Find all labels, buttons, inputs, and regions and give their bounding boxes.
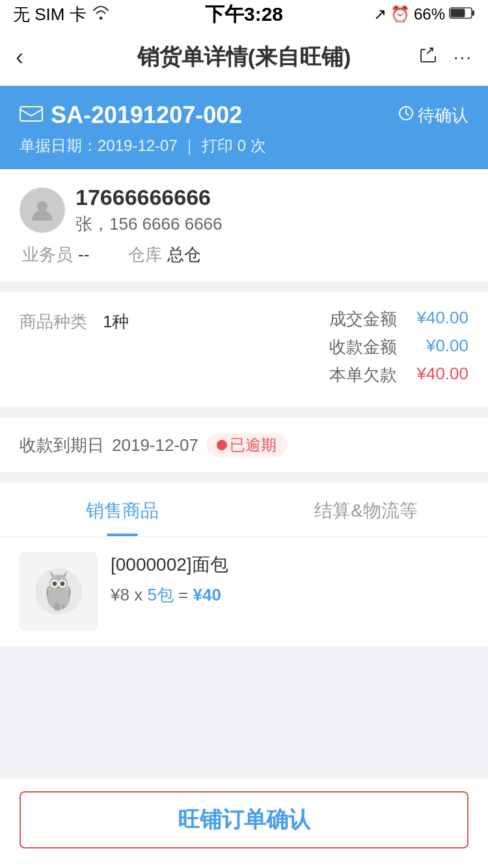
amount-label: 成交金额: [329, 308, 397, 331]
product-type-value: 1种: [103, 310, 129, 333]
nav-bar: ‹ 销货单详情(来自旺铺) ···: [0, 29, 488, 86]
svg-rect-3: [20, 107, 42, 121]
warehouse-value: 总仓: [167, 243, 201, 266]
svg-point-13: [53, 582, 57, 586]
overdue-icon: [217, 440, 227, 450]
share-icon[interactable]: [418, 45, 438, 69]
svg-text:盈+: 盈+: [53, 603, 66, 612]
due-date-section: 收款到期日 2019-12-07 已逾期: [0, 418, 488, 472]
status-bar: 无 SIM 卡 下午3:28 ↗ ⏰ 66%: [0, 0, 488, 29]
summary-section: 商品种类 1种 成交金额 ¥40.00 收款金额 ¥0.00 本单欠款 ¥40.…: [0, 292, 488, 407]
due-date-value: 2019-12-07: [112, 435, 198, 455]
product-type-label: 商品种类: [20, 310, 87, 333]
sales-label: 业务员: [22, 243, 73, 266]
warehouse-label: 仓库: [128, 243, 162, 266]
equals-sign: =: [174, 585, 193, 604]
order-date: 单据日期：2019-12-07: [20, 137, 178, 154]
owed-label: 本单欠款: [329, 364, 397, 387]
confirm-order-button[interactable]: 旺铺订单确认: [20, 791, 468, 848]
battery-icon: [449, 5, 475, 23]
svg-point-5: [37, 201, 47, 211]
bottom-spacer: [0, 646, 488, 776]
product-qty: 5包: [147, 585, 173, 604]
clock-icon: [398, 105, 414, 126]
overdue-badge: 已逾期: [206, 433, 287, 457]
warehouse-meta: 仓库 总仓: [128, 243, 201, 266]
nav-right-actions: ···: [418, 45, 472, 69]
order-id: SA-20191207-002: [51, 102, 242, 129]
customer-name: 张，156 6666 6666: [75, 213, 223, 236]
order-status: 待确认: [398, 104, 468, 127]
owed-value: ¥40.00: [416, 364, 468, 387]
sales-value: --: [78, 245, 89, 265]
order-banner: SA-20191207-002 待确认 单据日期：2019-12-07 ｜ 打印…: [0, 86, 488, 169]
overdue-text: 已逾期: [230, 435, 277, 455]
sales-meta: 业务员 --: [22, 243, 89, 266]
alarm-icon: ⏰: [390, 5, 410, 23]
status-text: 待确认: [418, 104, 468, 127]
tabs-header: 销售商品 结算&物流等: [0, 483, 488, 537]
received-value: ¥0.00: [426, 336, 468, 359]
status-time: 下午3:28: [205, 1, 283, 28]
product-info: [0000002]面包 ¥8 x 5包 = ¥40: [111, 552, 468, 606]
product-total: ¥40: [193, 585, 221, 604]
product-thumbnail: 盈+: [20, 552, 98, 631]
status-carrier: 无 SIM 卡: [13, 3, 110, 26]
amount-summary: 成交金额 ¥40.00 收款金额 ¥0.00 本单欠款 ¥40.00: [329, 308, 468, 392]
wifi-icon: [92, 5, 110, 23]
more-icon[interactable]: ···: [454, 47, 472, 68]
product-price-row: ¥8 x 5包 = ¥40: [111, 584, 468, 606]
tab-settlement-logistics[interactable]: 结算&物流等: [244, 483, 488, 536]
customer-phone: 17666666666: [75, 185, 223, 210]
battery-text: 66%: [414, 5, 445, 23]
location-icon: ↗: [373, 5, 386, 23]
nav-title: 销货单详情(来自旺铺): [137, 42, 351, 72]
bottom-bar: 旺铺订单确认: [0, 778, 488, 868]
due-date-label: 收款到期日: [20, 434, 104, 457]
order-type-icon: [20, 104, 43, 127]
carrier-text: 无 SIM 卡: [13, 3, 87, 26]
product-item: 盈+ [0000002]面包 ¥8 x 5包 = ¥40: [0, 537, 488, 646]
svg-rect-2: [451, 9, 465, 18]
tabs-section: 销售商品 结算&物流等: [0, 483, 488, 646]
tab-sales-product[interactable]: 销售商品: [0, 483, 244, 536]
product-name: [0000002]面包: [111, 552, 468, 577]
back-button[interactable]: ‹: [16, 44, 23, 71]
status-right: ↗ ⏰ 66%: [373, 5, 475, 23]
banner-date-info: 单据日期：2019-12-07 ｜ 打印 0 次: [20, 135, 468, 156]
customer-section: 17666666666 张，156 6666 6666 业务员 -- 仓库 总仓: [0, 169, 488, 282]
amount-value: ¥40.00: [416, 308, 468, 331]
svg-rect-1: [472, 10, 474, 16]
print-count: 打印 0 次: [202, 137, 266, 154]
avatar: [20, 187, 65, 233]
svg-point-14: [61, 582, 65, 586]
received-label: 收款金额: [329, 336, 397, 359]
price-prefix: ¥8 x: [111, 585, 147, 604]
